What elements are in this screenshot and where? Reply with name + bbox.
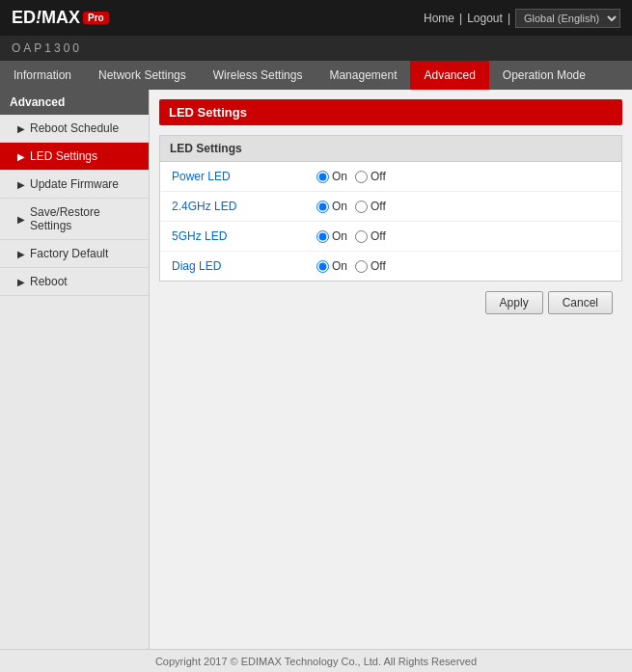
5ghz-led-controls: On Off — [305, 222, 621, 252]
panel-title: LED Settings — [160, 136, 621, 162]
nav-item-wireless-settings[interactable]: Wireless Settings — [200, 61, 316, 90]
5ghz-led-off-radio[interactable] — [355, 230, 368, 243]
nav-item-advanced[interactable]: Advanced — [410, 61, 488, 90]
table-row: 2.4GHz LED On Off — [160, 192, 621, 222]
led-settings-table: Power LED On Off — [160, 162, 621, 281]
power-led-radio-group: On Off — [316, 170, 610, 183]
nav-item-operation-mode[interactable]: Operation Mode — [489, 61, 599, 90]
power-led-off-label[interactable]: Off — [355, 170, 386, 183]
device-bar: OAP1300 — [0, 36, 632, 61]
main: Advanced ▶ Reboot Schedule ▶ LED Setting… — [0, 90, 632, 649]
table-row: 5GHz LED On Off — [160, 222, 621, 252]
nav-item-management[interactable]: Management — [316, 61, 410, 90]
power-led-off-radio[interactable] — [355, 171, 368, 183]
footer-text: Copyright 2017 © EDIMAX Technology Co., … — [155, 656, 477, 667]
sidebar-item-led-settings[interactable]: ▶ LED Settings — [0, 143, 149, 171]
settings-panel: LED Settings Power LED On — [159, 135, 622, 282]
page-title: LED Settings — [159, 99, 622, 125]
sidebar-item-update-firmware[interactable]: ▶ Update Firmware — [0, 171, 149, 199]
sidebar-item-reboot[interactable]: ▶ Reboot — [0, 268, 149, 296]
sidebar: Advanced ▶ Reboot Schedule ▶ LED Setting… — [0, 90, 150, 649]
arrow-icon: ▶ — [17, 214, 25, 225]
table-row: Diag LED On Off — [160, 252, 621, 282]
sidebar-item-factory-default[interactable]: ▶ Factory Default — [0, 240, 149, 268]
power-led-label: Power LED — [160, 162, 305, 192]
arrow-icon-active: ▶ — [17, 151, 25, 162]
logo: ED!MAX Pro — [12, 8, 109, 28]
button-area: Apply Cancel — [159, 282, 622, 324]
5ghz-led-on-label[interactable]: On — [316, 229, 347, 243]
nav-item-network-settings[interactable]: Network Settings — [85, 61, 200, 90]
sidebar-item-save-restore[interactable]: ▶ Save/Restore Settings — [0, 199, 149, 240]
diag-led-label: Diag LED — [160, 252, 305, 282]
2ghz-led-on-label[interactable]: On — [316, 200, 347, 213]
2ghz-led-off-label[interactable]: Off — [355, 200, 386, 213]
2ghz-led-controls: On Off — [305, 192, 621, 222]
device-name: OAP1300 — [12, 41, 82, 55]
cancel-button[interactable]: Cancel — [548, 291, 613, 314]
power-led-controls: On Off — [305, 162, 621, 192]
home-link[interactable]: Home — [424, 12, 454, 25]
arrow-icon: ▶ — [17, 179, 25, 190]
arrow-icon: ▶ — [17, 277, 25, 287]
logout-link[interactable]: Logout — [467, 12, 503, 25]
header-links: Home | Logout | Global (English) — [424, 9, 620, 28]
logo-pro-badge: Pro — [83, 12, 109, 24]
diag-led-controls: On Off — [305, 252, 621, 282]
nav-item-information[interactable]: Information — [0, 61, 85, 90]
logo-edimax: ED!MAX — [12, 8, 80, 28]
table-row: Power LED On Off — [160, 162, 621, 192]
2ghz-led-radio-group: On Off — [316, 200, 610, 213]
separator1: | — [459, 12, 462, 25]
2ghz-led-on-radio[interactable] — [316, 201, 329, 213]
arrow-icon: ▶ — [17, 123, 25, 134]
5ghz-led-on-radio[interactable] — [316, 230, 329, 243]
nav-bar: Information Network Settings Wireless Se… — [0, 61, 632, 90]
arrow-icon: ▶ — [17, 249, 25, 259]
diag-led-off-radio[interactable] — [355, 260, 368, 273]
language-select[interactable]: Global (English) — [515, 9, 620, 28]
2ghz-led-label: 2.4GHz LED — [160, 192, 305, 222]
5ghz-led-label: 5GHz LED — [160, 222, 305, 252]
separator2: | — [508, 12, 510, 25]
header: ED!MAX Pro Home | Logout | Global (Engli… — [0, 0, 632, 36]
content: LED Settings LED Settings Power LED On — [150, 90, 632, 649]
power-led-on-radio[interactable] — [316, 171, 329, 183]
sidebar-item-reboot-schedule[interactable]: ▶ Reboot Schedule — [0, 115, 149, 143]
sidebar-title: Advanced — [0, 90, 149, 115]
diag-led-radio-group: On Off — [316, 259, 610, 273]
5ghz-led-off-label[interactable]: Off — [355, 229, 386, 243]
power-led-on-label[interactable]: On — [316, 170, 347, 183]
diag-led-on-label[interactable]: On — [316, 259, 347, 273]
5ghz-led-radio-group: On Off — [316, 229, 610, 243]
diag-led-on-radio[interactable] — [316, 260, 329, 273]
diag-led-off-label[interactable]: Off — [355, 259, 386, 273]
footer: Copyright 2017 © EDIMAX Technology Co., … — [0, 649, 632, 672]
2ghz-led-off-radio[interactable] — [355, 201, 368, 213]
apply-button[interactable]: Apply — [485, 291, 543, 314]
